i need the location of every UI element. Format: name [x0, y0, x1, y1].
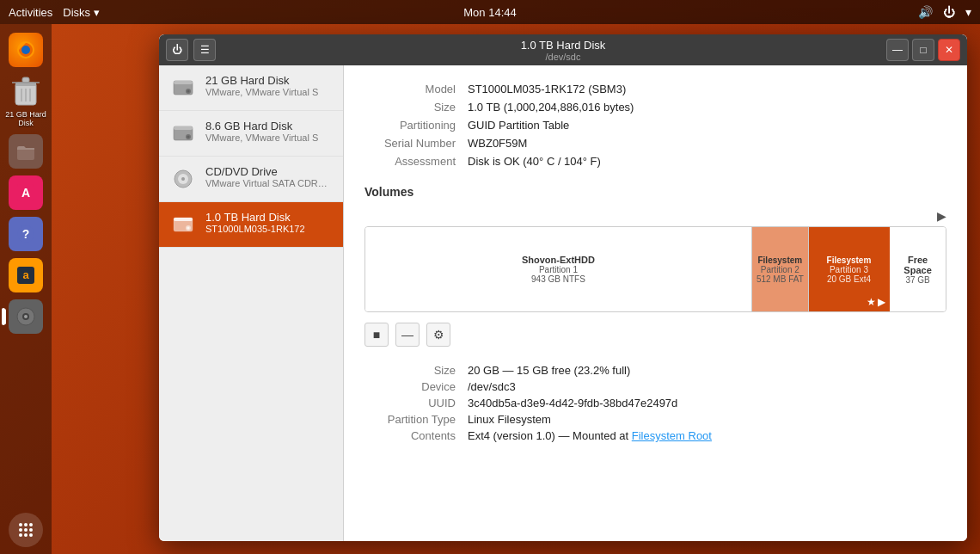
sidebar-item-8gb[interactable]: 8.6 GB Hard Disk VMware, VMware Virtual …: [159, 111, 343, 157]
partition-1-label: Shovon-ExtHDD: [522, 255, 595, 265]
dock-item-disks[interactable]: [2, 299, 50, 334]
partition-contents-label: Contents: [364, 429, 468, 442]
partition-size-label: Size: [364, 364, 468, 377]
firefox-icon: [9, 33, 43, 67]
filesystem-root-link[interactable]: Filesystem Root: [632, 429, 712, 442]
dock: 21 GB Hard Disk A: [0, 24, 52, 554]
window-titlebar: ⏻ ☰ 1.0 TB Hard Disk /dev/sdc — □ ✕: [159, 34, 967, 65]
sidebar-item-1tb[interactable]: 1.0 TB Hard Disk ST1000LM035-1RK172: [159, 202, 343, 248]
topbar: Activities Disks ▾ Mon 14:44 🔊 ⏻ ▾: [0, 0, 980, 24]
svg-point-18: [24, 315, 28, 318]
partition-size-value: 20 GB — 15 GB free (23.2% full): [468, 364, 630, 377]
free-space-size: 37 GB: [905, 275, 929, 285]
assessment-row: Assessment Disk is OK (40° C / 104° F): [364, 155, 946, 168]
window-body: 21 GB Hard Disk VMware, VMware Virtual S: [159, 65, 967, 541]
maximize-button[interactable]: □: [912, 39, 934, 61]
power-icon[interactable]: ⏻: [943, 5, 955, 19]
serial-label: Serial Number: [364, 137, 468, 150]
partition-type-value: Linux Filesystem: [468, 413, 551, 426]
trash-label: 21 GB Hard Disk: [2, 110, 50, 127]
stop-partition-button[interactable]: ■: [364, 323, 389, 347]
volumes-heading: Volumes: [364, 185, 946, 199]
disk-sub-dvd: VMware Virtual SATA CDRW Drive: [205, 178, 333, 188]
sidebar-item-dvd[interactable]: CD/DVD Drive VMware Virtual SATA CDRW Dr…: [159, 157, 343, 202]
minimize-button[interactable]: —: [886, 39, 909, 61]
sidebar-item-21gb[interactable]: 21 GB Hard Disk VMware, VMware Virtual S: [159, 65, 343, 111]
topbar-left: Activities Disks ▾: [9, 6, 100, 19]
power-button[interactable]: ⏻: [166, 39, 188, 61]
dock-item-trash[interactable]: 21 GB Hard Disk: [2, 74, 50, 127]
minimize-icon: —: [892, 44, 903, 56]
gear-partition-button[interactable]: ⚙: [426, 323, 450, 347]
dock-item-files[interactable]: [2, 134, 50, 169]
disk-sidebar: 21 GB Hard Disk VMware, VMware Virtual S: [159, 65, 344, 541]
partition-type-row: Partition Type Linux Filesystem: [364, 413, 946, 426]
svg-rect-40: [174, 218, 193, 221]
assessment-label: Assessment: [364, 155, 468, 168]
model-label: Model: [364, 83, 468, 95]
partition-play-icon[interactable]: ▶: [878, 296, 885, 308]
partition-free[interactable]: Free Space 37 GB: [890, 227, 946, 311]
amazon-icon: a: [9, 258, 43, 292]
dock-item-help[interactable]: ?: [2, 217, 50, 251]
svg-text:?: ?: [22, 227, 30, 241]
partitioning-row: Partitioning GUID Partition Table: [364, 119, 946, 132]
dock-item-software[interactable]: A: [2, 175, 50, 210]
partition-nav-arrow[interactable]: ▶: [937, 209, 946, 223]
close-icon: ✕: [945, 44, 953, 56]
partition-star-icon[interactable]: ★: [867, 296, 876, 308]
delete-partition-button[interactable]: —: [395, 323, 420, 347]
svg-point-20: [24, 523, 28, 526]
help-icon: ?: [9, 217, 43, 251]
disk-icon-1tb: [169, 211, 197, 238]
partition-device-value: /dev/sdc3: [468, 380, 516, 393]
svg-point-42: [187, 227, 190, 230]
partition-uuid-value: 3c40db5a-d3e9-4d42-9fdb-38bd47e2497d: [468, 397, 677, 409]
svg-point-22: [19, 528, 22, 532]
model-row: Model ST1000LM035-1RK172 (SBM3): [364, 83, 946, 95]
svg-point-35: [187, 136, 190, 138]
disk-icon-dvd: [169, 165, 197, 193]
partition-1[interactable]: Shovon-ExtHDD Partition 1 943 GB NTFS: [365, 227, 752, 311]
svg-point-1: [21, 46, 30, 54]
svg-point-21: [29, 523, 33, 526]
svg-rect-33: [174, 126, 193, 130]
free-space-label: Free Space: [893, 255, 942, 275]
partitioning-value: GUID Partition Table: [468, 119, 569, 132]
dock-item-firefox[interactable]: [2, 33, 50, 67]
partition-3[interactable]: Filesystem Partition 3 20 GB Ext4 ★ ▶: [809, 227, 890, 311]
disk-info-table: Model ST1000LM035-1RK172 (SBM3) Size 1.0…: [364, 83, 946, 168]
disk-content: Model ST1000LM035-1RK172 (SBM3) Size 1.0…: [344, 65, 967, 541]
system-arrow-icon[interactable]: ▾: [965, 5, 971, 19]
maximize-icon: □: [920, 44, 926, 56]
dock-item-amazon[interactable]: a: [2, 258, 50, 292]
partition-nav: ▶: [364, 209, 946, 223]
partition-2-sub2: 512 MB FAT: [756, 274, 804, 284]
svg-point-26: [24, 533, 28, 537]
menu-button[interactable]: ☰: [193, 39, 216, 61]
topbar-clock: Mon 14:44: [463, 6, 516, 19]
app-menu[interactable]: Disks ▾: [63, 6, 100, 19]
partition-3-controls: ★ ▶: [867, 296, 885, 308]
partition-contents-row: Contents Ext4 (version 1.0) — Mounted at…: [364, 429, 946, 442]
disk-icon-21gb: [169, 74, 197, 102]
partition-device-row: Device /dev/sdc3: [364, 380, 946, 393]
size-value: 1.0 TB (1,000,204,886,016 bytes): [468, 101, 634, 114]
partition-device-label: Device: [364, 380, 468, 393]
dock-item-appgrid[interactable]: [2, 513, 50, 547]
activities-button[interactable]: Activities: [9, 6, 52, 19]
close-button[interactable]: ✕: [938, 39, 960, 61]
partition-actions: ■ — ⚙: [364, 319, 946, 350]
partition-2[interactable]: Filesystem Partition 2 512 MB FAT: [752, 227, 809, 311]
volume-icon[interactable]: 🔊: [918, 5, 933, 19]
serial-value: WBZ0F59M: [468, 137, 527, 150]
size-label: Size: [364, 101, 468, 114]
partition-type-label: Partition Type: [364, 413, 468, 426]
clock-display: Mon 14:44: [463, 6, 516, 19]
partition-3-label: Filesystem: [827, 255, 872, 265]
partition-uuid-label: UUID: [364, 397, 468, 409]
partition-3-sub1: Partition 3: [830, 265, 868, 274]
partition-contents-value: Ext4 (version 1.0) — Mounted at Filesyst…: [468, 429, 712, 442]
svg-point-23: [24, 528, 28, 532]
disk-name-dvd: CD/DVD Drive: [205, 165, 333, 178]
